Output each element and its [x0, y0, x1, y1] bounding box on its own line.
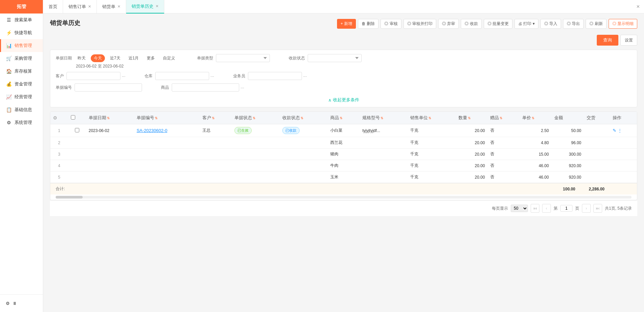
salesperson-input[interactable]: [248, 72, 302, 80]
col-price-label: 单价: [522, 115, 531, 120]
filter-collapse[interactable]: ∧ 收起更多条件: [56, 95, 632, 103]
audit-button[interactable]: ◎ 审核: [381, 19, 401, 29]
tab-home[interactable]: 首页: [43, 0, 63, 14]
col-unit-label: 销售单位: [410, 115, 428, 120]
cell-collect-status: [280, 172, 328, 183]
sidebar-item-label: 采购管理: [15, 55, 32, 61]
doc-type-select[interactable]: [216, 54, 270, 62]
sidebar-bottom-item[interactable]: ⚙ ⏸: [0, 297, 43, 309]
sidebar-item-inventory[interactable]: 🏠 库存核算: [0, 65, 43, 78]
col-goods[interactable]: 商品⇅: [328, 112, 360, 124]
tab-sales-delivery[interactable]: 销货单 ✕: [97, 0, 126, 14]
col-gift[interactable]: 赠品⇅: [487, 112, 520, 124]
page-last-button[interactable]: ⏭: [593, 204, 602, 213]
finance-icon: 💰: [6, 81, 12, 87]
more-action-icon[interactable]: ⋮: [618, 128, 622, 133]
date-yesterday[interactable]: 昨天: [75, 54, 89, 62]
cell-unit: 千克: [408, 149, 455, 160]
filter-warehouse: 仓库 ···: [144, 72, 214, 80]
tab-sales-order-close[interactable]: ✕: [88, 4, 91, 9]
date-today[interactable]: 今天: [91, 54, 105, 62]
row-checkbox[interactable]: [75, 128, 79, 132]
date-custom[interactable]: 自定义: [160, 54, 178, 62]
new-button[interactable]: + 新增: [337, 19, 356, 29]
import-button[interactable]: ◎ 导入: [540, 19, 561, 29]
sidebar-item-purchase-mgmt[interactable]: 🛒 采购管理: [0, 52, 43, 65]
page-first-button[interactable]: ⏮: [531, 204, 539, 213]
goods-input[interactable]: [172, 83, 239, 92]
date-more[interactable]: 更多: [144, 54, 158, 62]
gear-icon[interactable]: ⚙: [53, 115, 57, 121]
col-qty[interactable]: 数量⇅: [456, 112, 488, 124]
cell-collect-status: [280, 137, 328, 149]
col-amount[interactable]: 金额: [552, 112, 584, 124]
warehouse-input[interactable]: [155, 72, 209, 80]
sidebar-item-finance[interactable]: 💰 资金管理: [0, 78, 43, 90]
col-doc-status[interactable]: 单据状态⇅: [232, 112, 280, 124]
sidebar-item-quick-nav[interactable]: ⚡ 快捷导航: [0, 26, 43, 39]
sales-mgmt-icon: 📊: [6, 43, 12, 48]
delete-button[interactable]: 🗑 删除: [358, 19, 379, 29]
col-customer-label: 客户: [202, 115, 211, 120]
filter-customer: 客户 ···: [56, 72, 125, 80]
warehouse-picker-icon[interactable]: ···: [211, 74, 214, 79]
doc-no-input[interactable]: [75, 83, 142, 92]
horizontal-scrollbar[interactable]: [56, 196, 632, 199]
edit-action-icon[interactable]: ✎: [613, 128, 616, 133]
col-collect-status[interactable]: 收款状态⇅: [280, 112, 328, 124]
export-button[interactable]: ◎ 导出: [563, 19, 584, 29]
col-settings[interactable]: ⚙: [50, 112, 68, 124]
date-1month[interactable]: 近1月: [125, 54, 142, 62]
sort-gift-icon: ⇅: [500, 116, 502, 120]
customer-picker-icon[interactable]: ···: [122, 74, 125, 79]
sidebar-item-sales-mgmt[interactable]: 📊 销售管理: [0, 39, 43, 52]
cell-goods: 玉米: [328, 172, 360, 183]
sidebar-item-base-info[interactable]: 📋 基础信息: [0, 103, 43, 116]
abandon-button[interactable]: ◎ 弃审: [438, 19, 459, 29]
show-detail-button[interactable]: ◎ 显示明细: [609, 19, 637, 29]
page-input[interactable]: [560, 205, 572, 212]
goods-picker-icon[interactable]: ···: [241, 85, 244, 90]
col-doc-no[interactable]: 单据编号⇅: [134, 112, 200, 124]
tab-sales-delivery-close[interactable]: ✕: [117, 4, 120, 9]
query-button[interactable]: 查询: [597, 35, 618, 46]
page-prev-button[interactable]: ‹: [542, 204, 551, 213]
tab-sales-history-close[interactable]: ✕: [156, 4, 159, 8]
batch-change-button[interactable]: ◎ 批量变更: [484, 19, 512, 29]
page-next-button[interactable]: ›: [582, 204, 591, 213]
cell-delivery: [584, 124, 610, 137]
date-label: 单据日期: [56, 55, 72, 61]
audit-print-button[interactable]: ◎ 审核并打印: [403, 19, 436, 29]
settings-button[interactable]: 设置: [620, 35, 637, 46]
cell-amount: 96.00: [552, 137, 584, 149]
col-customer[interactable]: 客户⇅: [200, 112, 232, 124]
tab-sales-order[interactable]: 销售订单 ✕: [63, 0, 97, 14]
collect-button[interactable]: ◎ 收款: [461, 19, 481, 29]
cell-price: 4.80: [520, 137, 552, 149]
print-button[interactable]: 🖨 打印 ▾: [514, 19, 538, 29]
data-table: ⚙ 单据日期⇅ 单据编号⇅ 客户⇅ 单据状态⇅ 收款状态⇅ 商品⇅ 规格型号⇅ …: [50, 112, 637, 183]
page-size-select[interactable]: 50 100 200: [511, 205, 528, 212]
sidebar-item-operations[interactable]: 📈 经营管理: [0, 90, 43, 103]
sidebar-item-sys-mgmt[interactable]: ⚙ 系统管理: [0, 116, 43, 129]
col-date[interactable]: 单据日期⇅: [86, 112, 134, 124]
col-delivery[interactable]: 交货: [584, 112, 610, 124]
col-spec[interactable]: 规格型号⇅: [360, 112, 408, 124]
cell-customer: [200, 172, 232, 183]
refresh-button[interactable]: ◎ 刷新: [586, 19, 606, 29]
sort-unit-icon: ⇅: [428, 116, 431, 120]
tab-sales-history[interactable]: 销货单历史 ✕: [126, 0, 164, 14]
sidebar-item-search-menu[interactable]: ☰ 搜索菜单: [0, 14, 43, 26]
cell-qty: 20.00: [456, 172, 488, 183]
col-checkbox: [68, 112, 86, 124]
col-price[interactable]: 单价⇅: [520, 112, 552, 124]
customer-input[interactable]: [66, 72, 120, 80]
close-window-icon[interactable]: ✕: [636, 4, 640, 9]
select-all-checkbox[interactable]: [71, 115, 75, 120]
cell-doc-status: [232, 172, 280, 183]
date-7days[interactable]: 近7天: [107, 54, 123, 62]
doc-no-link[interactable]: SA-20230602-0: [137, 128, 167, 133]
collect-status-select[interactable]: [308, 54, 362, 62]
salesperson-picker-icon[interactable]: ···: [303, 74, 307, 79]
col-unit[interactable]: 销售单位⇅: [408, 112, 455, 124]
